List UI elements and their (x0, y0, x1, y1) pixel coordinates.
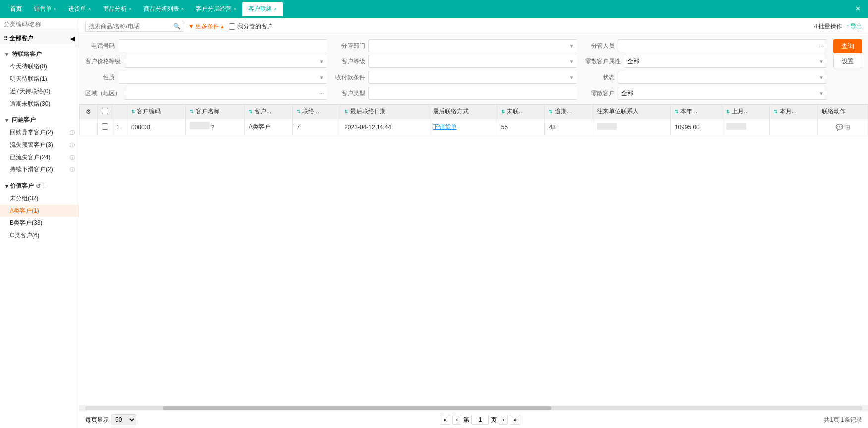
dots-icon: ··· (819, 42, 824, 49)
price-level-select[interactable]: ▼ (124, 55, 327, 68)
nav-tab-customer-tier[interactable]: 客户分层经营 × (190, 2, 242, 16)
last-page-button[interactable]: » (510, 415, 520, 425)
phone-label: 电话号码 (85, 42, 115, 50)
th-name[interactable]: ⇅ 客户名称 (186, 105, 244, 119)
value-customers-group: ▼ 价值客户 ↺ □ 未分组(32) A类客户(1) B类客户(33) C类客户… (0, 178, 79, 244)
select-all-checkbox[interactable] (102, 108, 108, 114)
manager-input[interactable]: ··· (618, 39, 827, 52)
status-select[interactable]: ▼ (618, 71, 827, 84)
sidebar-item-overdue[interactable]: 逾期未联络(30) (0, 98, 79, 110)
pending-contact-title[interactable]: ▼ 待联络客户 (0, 48, 79, 60)
filter-row-4: 区域（地区） ··· 客户类型 (85, 87, 827, 100)
value-customers-title[interactable]: ▼ 价值客户 ↺ □ (0, 180, 79, 192)
th-this-year[interactable]: ⇅ 本年... (670, 105, 722, 119)
close-icon[interactable]: × (54, 6, 56, 12)
my-customers-checkbox[interactable]: 我分管的客户 (229, 22, 273, 31)
export-button[interactable]: ↑ 导出 (846, 22, 862, 31)
td-contact: 7 (292, 119, 340, 135)
page-number-input[interactable] (471, 415, 489, 425)
sidebar-item-b-class[interactable]: B类客户(33) (0, 217, 79, 229)
more-filters-button[interactable]: ▼ 更多条件 ▲ (188, 22, 225, 31)
th-this-month[interactable]: ⇅ 本月... (770, 105, 818, 119)
nav-tab-customer-contact[interactable]: 客户联络 × (242, 2, 283, 16)
all-customers-header[interactable]: ⠿ 全部客户 ◀ (0, 31, 79, 46)
problem-customers-title[interactable]: ▼ 问题客户 (0, 114, 79, 126)
nature-select[interactable]: ▼ (118, 71, 327, 84)
page-size-select[interactable]: 50 100 200 (111, 414, 136, 425)
close-icon[interactable]: × (88, 6, 91, 12)
sidebar-item-ungrouped[interactable]: 未分组(32) (0, 192, 79, 205)
customer-level-select[interactable]: ▼ (368, 55, 578, 68)
page-size-selector: 每页显示 50 100 200 (85, 414, 136, 425)
sidebar-item-abnormal[interactable]: 回购异常客户(2) ⓘ (0, 126, 79, 139)
th-action: 联络动作 (818, 105, 868, 119)
close-icon[interactable]: × (274, 6, 277, 12)
retail-attr-select[interactable]: 全部 ▼ (624, 55, 827, 68)
refresh-icon[interactable]: ↺ (36, 183, 41, 190)
th-level[interactable]: ⇅ 客户... (244, 105, 292, 119)
main-search-input[interactable] (89, 23, 173, 30)
sidebar-item-churn-warning[interactable]: 流失预警客户(3) ⓘ (0, 139, 79, 151)
collapse-icon[interactable]: ◀ (70, 35, 75, 42)
sidebar-item-today[interactable]: 今天待联络(0) (0, 60, 79, 73)
nav-tab-analysis[interactable]: 商品分析 × (97, 2, 138, 16)
batch-operations-button[interactable]: ☑ 批量操作 (812, 22, 842, 31)
th-contact[interactable]: ⇅ 联络... (292, 105, 340, 119)
sidebar-item-a-class[interactable]: A类客户(1) (0, 205, 79, 217)
sidebar-item-c-class[interactable]: C类客户(6) (0, 229, 79, 242)
status-field: 状态 ▼ (585, 71, 827, 84)
sidebar-item-churned[interactable]: 已流失客户(24) ⓘ (0, 151, 79, 163)
payment-select[interactable]: ▼ (368, 71, 578, 84)
customer-type-input[interactable] (368, 87, 578, 100)
th-last-contact-method[interactable]: 最后联络方式 (429, 105, 497, 119)
blurred-contacts (597, 123, 617, 130)
add-icon[interactable]: □ (43, 183, 46, 190)
row-checkbox[interactable] (102, 123, 108, 130)
sidebar-search-input[interactable] (4, 21, 78, 28)
settings-button[interactable]: 设置 (833, 55, 862, 68)
close-icon[interactable]: × (233, 6, 236, 12)
th-no-contact[interactable]: ⇅ 未联... (497, 105, 545, 119)
page-size-label: 每页显示 (85, 416, 109, 424)
td-last-contact-method[interactable]: 下销货单 (429, 119, 497, 135)
retail-attr-label: 零散客户属性 (585, 57, 621, 66)
region-input[interactable]: ··· (124, 87, 327, 100)
filter-actions: ☑ 批量操作 ↑ 导出 (812, 22, 862, 31)
query-button[interactable]: 查询 (833, 39, 862, 53)
nav-tab-home[interactable]: 首页 (4, 2, 28, 16)
info-icon: ⓘ (70, 129, 75, 136)
th-overdue[interactable]: ⇅ 逾期... (545, 105, 593, 119)
payment-label: 收付款条件 (335, 73, 365, 82)
close-icon[interactable]: × (129, 6, 132, 12)
dept-select[interactable]: ▼ (368, 39, 578, 52)
message-icon[interactable]: 💬 (836, 124, 843, 131)
col-sort-icon: ⇅ (549, 109, 553, 114)
search-icon[interactable]: 🔍 (173, 23, 181, 30)
close-all-tabs-button[interactable]: × (852, 4, 864, 13)
customer-table: ⚙ ⇅ 客户编码 ⇅ 客户名称 (79, 104, 868, 135)
th-last-contact-date[interactable]: ⇅ 最后联络日期 (340, 105, 429, 119)
th-unit-contacts[interactable]: 往来单位联系人 (593, 105, 671, 119)
sidebar-item-tomorrow[interactable]: 明天待联络(1) (0, 73, 79, 85)
phone-input[interactable] (118, 39, 327, 52)
sidebar-item-declining[interactable]: 持续下滑客户(2) ⓘ (0, 163, 79, 176)
col-sort-icon: ⇅ (501, 109, 505, 114)
retail-customer-select[interactable]: 全部 ▼ (618, 87, 827, 100)
first-page-button[interactable]: « (440, 415, 450, 425)
link-icon[interactable]: ⊞ (845, 124, 850, 131)
th-code[interactable]: ⇅ 客户编码 (127, 105, 186, 119)
th-settings[interactable]: ⚙ (80, 105, 98, 119)
nav-tab-analysis-list[interactable]: 商品分析列表 × (138, 2, 190, 16)
sidebar-item-7days[interactable]: 近7天待联络(0) (0, 85, 79, 98)
my-customers-check[interactable] (229, 23, 235, 30)
th-last-month[interactable]: ⇅ 上月... (722, 105, 770, 119)
nav-tab-sales[interactable]: 销售单 × (28, 2, 62, 16)
close-icon[interactable]: × (181, 6, 184, 12)
chevron-down-icon: ▼ (819, 59, 824, 64)
next-page-button[interactable]: › (499, 415, 508, 425)
horizontal-scrollbar[interactable] (79, 405, 868, 411)
nav-tab-purchase[interactable]: 进货单 × (62, 2, 97, 16)
prev-page-button[interactable]: ‹ (452, 415, 461, 425)
sidebar: 🔍 ⠿ 全部客户 ◀ ▼ 待联络客户 今天待联络(0) 明天待联络(1) 近7天… (0, 18, 79, 428)
td-overdue: 48 (545, 119, 593, 135)
